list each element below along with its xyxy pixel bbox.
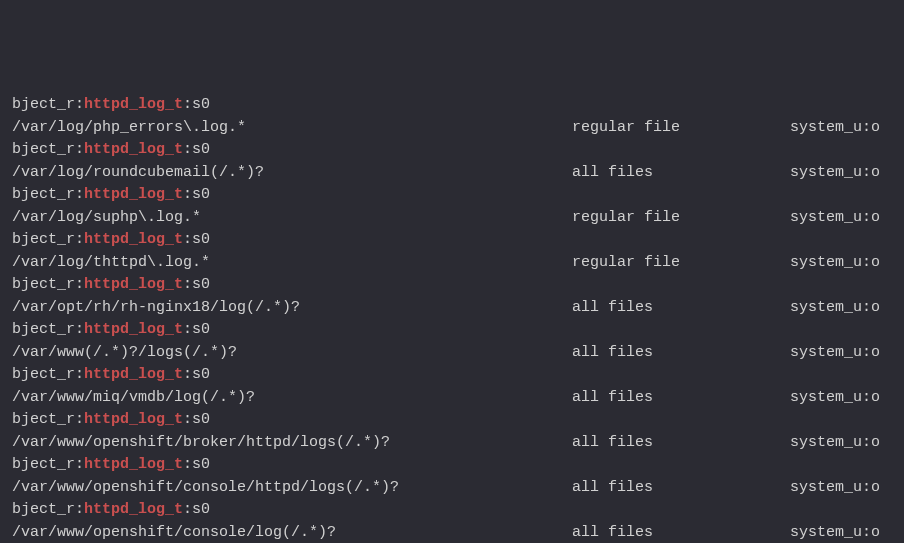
- context-prefix: bject_r:: [12, 141, 84, 158]
- selinux-type-highlight: httpd_log_t: [84, 456, 183, 473]
- context-prefix: bject_r:: [12, 231, 84, 248]
- context-fragment: system_u:o: [790, 209, 880, 226]
- selinux-context-line: bject_r:httpd_log_t:s0: [12, 94, 904, 117]
- path-pattern: /var/opt/rh/rh-nginx18/log(/.*)?: [12, 297, 572, 320]
- path-pattern: /var/log/php_errors\.log.*: [12, 117, 572, 140]
- fcontext-entry-line: /var/www/openshift/broker/httpd/logs(/.*…: [12, 432, 904, 455]
- path-pattern: /var/log/suphp\.log.*: [12, 207, 572, 230]
- path-pattern: /var/www/miq/vmdb/log(/.*)?: [12, 387, 572, 410]
- context-suffix: :s0: [183, 456, 210, 473]
- context-fragment: system_u:o: [790, 479, 880, 496]
- selinux-context-line: bject_r:httpd_log_t:s0: [12, 364, 904, 387]
- context-fragment: system_u:o: [790, 389, 880, 406]
- selinux-type-highlight: httpd_log_t: [84, 96, 183, 113]
- file-type: regular file: [572, 252, 790, 275]
- selinux-type-highlight: httpd_log_t: [84, 276, 183, 293]
- file-type: all files: [572, 162, 790, 185]
- selinux-type-highlight: httpd_log_t: [84, 501, 183, 518]
- context-prefix: bject_r:: [12, 96, 84, 113]
- terminal-output: bject_r:httpd_log_t:s0/var/log/php_error…: [12, 94, 904, 543]
- context-prefix: bject_r:: [12, 366, 84, 383]
- selinux-type-highlight: httpd_log_t: [84, 366, 183, 383]
- context-suffix: :s0: [183, 276, 210, 293]
- context-suffix: :s0: [183, 186, 210, 203]
- fcontext-entry-line: /var/www/openshift/console/log(/.*)?all …: [12, 522, 904, 544]
- context-prefix: bject_r:: [12, 456, 84, 473]
- selinux-type-highlight: httpd_log_t: [84, 186, 183, 203]
- selinux-context-line: bject_r:httpd_log_t:s0: [12, 229, 904, 252]
- fcontext-entry-line: /var/www/openshift/console/httpd/logs(/.…: [12, 477, 904, 500]
- fcontext-entry-line: /var/www/miq/vmdb/log(/.*)?all filessyst…: [12, 387, 904, 410]
- context-fragment: system_u:o: [790, 344, 880, 361]
- context-prefix: bject_r:: [12, 321, 84, 338]
- context-fragment: system_u:o: [790, 254, 880, 271]
- fcontext-entry-line: /var/log/thttpd\.log.*regular filesystem…: [12, 252, 904, 275]
- file-type: regular file: [572, 117, 790, 140]
- context-suffix: :s0: [183, 411, 210, 428]
- context-prefix: bject_r:: [12, 411, 84, 428]
- selinux-context-line: bject_r:httpd_log_t:s0: [12, 274, 904, 297]
- context-suffix: :s0: [183, 321, 210, 338]
- file-type: all files: [572, 387, 790, 410]
- path-pattern: /var/log/thttpd\.log.*: [12, 252, 572, 275]
- selinux-context-line: bject_r:httpd_log_t:s0: [12, 454, 904, 477]
- path-pattern: /var/www(/.*)?/logs(/.*)?: [12, 342, 572, 365]
- fcontext-entry-line: /var/opt/rh/rh-nginx18/log(/.*)?all file…: [12, 297, 904, 320]
- path-pattern: /var/www/openshift/broker/httpd/logs(/.*…: [12, 432, 572, 455]
- context-prefix: bject_r:: [12, 276, 84, 293]
- context-fragment: system_u:o: [790, 164, 880, 181]
- file-type: all files: [572, 432, 790, 455]
- selinux-context-line: bject_r:httpd_log_t:s0: [12, 139, 904, 162]
- file-type: all files: [572, 297, 790, 320]
- context-fragment: system_u:o: [790, 119, 880, 136]
- selinux-type-highlight: httpd_log_t: [84, 141, 183, 158]
- context-prefix: bject_r:: [12, 186, 84, 203]
- context-fragment: system_u:o: [790, 434, 880, 451]
- context-suffix: :s0: [183, 501, 210, 518]
- context-suffix: :s0: [183, 231, 210, 248]
- fcontext-entry-line: /var/www(/.*)?/logs(/.*)?all filessystem…: [12, 342, 904, 365]
- context-fragment: system_u:o: [790, 299, 880, 316]
- selinux-type-highlight: httpd_log_t: [84, 321, 183, 338]
- file-type: regular file: [572, 207, 790, 230]
- fcontext-entry-line: /var/log/roundcubemail(/.*)?all filessys…: [12, 162, 904, 185]
- selinux-context-line: bject_r:httpd_log_t:s0: [12, 499, 904, 522]
- context-suffix: :s0: [183, 96, 210, 113]
- context-fragment: system_u:o: [790, 524, 880, 541]
- file-type: all files: [572, 477, 790, 500]
- selinux-type-highlight: httpd_log_t: [84, 231, 183, 248]
- context-prefix: bject_r:: [12, 501, 84, 518]
- path-pattern: /var/www/openshift/console/httpd/logs(/.…: [12, 477, 572, 500]
- selinux-context-line: bject_r:httpd_log_t:s0: [12, 184, 904, 207]
- fcontext-entry-line: /var/log/php_errors\.log.*regular filesy…: [12, 117, 904, 140]
- selinux-context-line: bject_r:httpd_log_t:s0: [12, 409, 904, 432]
- file-type: all files: [572, 342, 790, 365]
- selinux-type-highlight: httpd_log_t: [84, 411, 183, 428]
- path-pattern: /var/www/openshift/console/log(/.*)?: [12, 522, 572, 544]
- file-type: all files: [572, 522, 790, 544]
- fcontext-entry-line: /var/log/suphp\.log.*regular filesystem_…: [12, 207, 904, 230]
- selinux-context-line: bject_r:httpd_log_t:s0: [12, 319, 904, 342]
- context-suffix: :s0: [183, 141, 210, 158]
- path-pattern: /var/log/roundcubemail(/.*)?: [12, 162, 572, 185]
- context-suffix: :s0: [183, 366, 210, 383]
